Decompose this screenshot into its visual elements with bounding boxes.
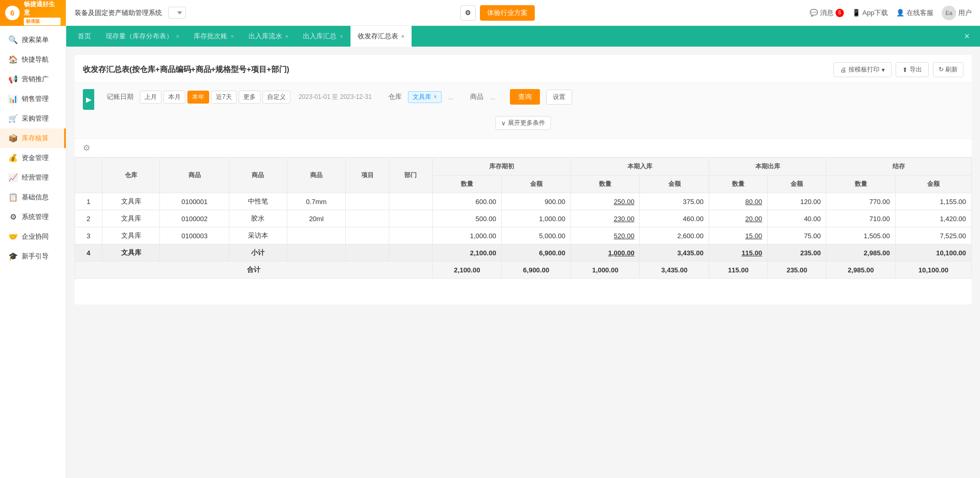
sidebar-item-system[interactable]: ⚙ 系统管理 — [0, 207, 66, 227]
cell-in-amt: 375.00 — [640, 193, 709, 210]
th-out: 本期出库 — [709, 158, 826, 176]
sidebar-item-operations[interactable]: 📈 经营管理 — [0, 168, 66, 187]
tab-summary-close[interactable]: × — [340, 33, 343, 39]
tab-stock-dist-label: 现存量（库存分布表） — [106, 32, 173, 41]
sales-icon: 📊 — [8, 94, 18, 104]
tab-flow[interactable]: 出入库流水 × — [241, 26, 296, 47]
cell-code: 0100001 — [160, 193, 229, 210]
message-icon: 💬 — [810, 9, 818, 17]
gear-icon: ⚙ — [465, 9, 471, 17]
system-select[interactable] — [168, 7, 186, 19]
date-btn-thisyear[interactable]: 本年 — [187, 91, 209, 104]
tab-home[interactable]: 首页 — [70, 26, 98, 47]
tab-batch-close[interactable]: × — [230, 33, 233, 39]
cell-dept — [389, 210, 432, 227]
refresh-icon: ↻ — [939, 66, 944, 73]
date-btn-7days[interactable]: 近7天 — [211, 91, 237, 104]
filter-toggle-arrow[interactable]: ▶ — [83, 89, 94, 110]
user-menu[interactable]: Ea 用户 — [942, 6, 972, 20]
table-row: 3 文具库 0100003 采访本 1,000.00 5,000.00 520.… — [75, 227, 972, 244]
system-icon: ⚙ — [8, 212, 18, 222]
export-button[interactable]: ⬆ 导出 — [896, 62, 929, 77]
th-out-amt: 金额 — [768, 176, 826, 193]
th-empty — [75, 158, 103, 193]
cell-index: 1 — [75, 193, 103, 210]
export-icon: ⬆ — [902, 66, 908, 74]
sidebar-header: 6 畅捷通好生意 标准版 — [0, 0, 66, 26]
table-container: 仓库 商品 商品 商品 项目 部门 库存期初 本期入库 本期出库 结存 数量 金… — [75, 157, 972, 305]
search-icon: 🔍 — [8, 35, 18, 45]
tab-flow-close[interactable]: × — [285, 33, 288, 39]
product-more[interactable]: ... — [490, 93, 495, 101]
sidebar-item-search[interactable]: 🔍 搜索菜单 — [0, 30, 66, 50]
table-row: 4 文具库 小计 2,100.00 6,900.00 1,000.00 3,43… — [75, 244, 972, 262]
sidebar-label-enterprise: 企业协同 — [22, 232, 49, 241]
cell-warehouse: 文具库 — [102, 210, 160, 227]
cell-out-amt: 75.00 — [768, 227, 826, 244]
app-download-button[interactable]: 📱 App下载 — [852, 8, 888, 18]
date-btn-more[interactable]: 更多 — [239, 91, 260, 104]
main-content: 收发存汇总表(按仓库+商品编码+商品+规格型号+项目+部门) 🖨 按模板打印 ▾… — [66, 47, 980, 478]
sidebar-item-guide[interactable]: 🎓 新手引导 — [0, 247, 66, 266]
gear-button[interactable]: ⚙ — [460, 5, 476, 21]
date-filter-group: 上月 本月 本年 近7天 更多 自定义 — [140, 91, 290, 104]
cell-open-amt: 1,000.00 — [502, 210, 571, 227]
tab-summary[interactable]: 出入库汇总 × — [296, 26, 350, 47]
settings-small-button[interactable]: 设置 — [546, 90, 572, 105]
footer-row: 合计 2,100.00 6,900.00 1,000.00 3,435.00 1… — [75, 262, 972, 279]
cell-spec — [287, 244, 345, 262]
tab-stock-summary[interactable]: 收发存汇总表 × — [350, 26, 412, 47]
tab-stock-dist[interactable]: 现存量（库存分布表） × — [98, 26, 186, 47]
expand-conditions-button[interactable]: ∨ 展开更多条件 — [495, 116, 551, 130]
sidebar: 6 畅捷通好生意 标准版 🔍 搜索菜单 🏠 快捷导航 📢 营销推广 📊 销售管理… — [0, 0, 66, 478]
page-actions: 🖨 按模板打印 ▾ ⬆ 导出 ↻ 刷新 — [833, 62, 963, 77]
warehouse-label: 仓库 — [388, 92, 402, 102]
warehouse-tag-close[interactable]: × — [433, 93, 437, 100]
cell-name: 采访本 — [229, 227, 287, 244]
date-btn-lastmonth[interactable]: 上月 — [140, 91, 162, 104]
sidebar-item-enterprise[interactable]: 🤝 企业协同 — [0, 227, 66, 247]
th-balance: 结存 — [826, 158, 972, 176]
sidebar-item-finance[interactable]: 💰 资金管理 — [0, 148, 66, 168]
online-service-button[interactable]: 👤 在线客服 — [896, 8, 933, 18]
warehouse-tag[interactable]: 文具库 × — [408, 91, 442, 103]
warehouse-more[interactable]: ... — [448, 93, 454, 101]
th-in: 本期入库 — [571, 158, 709, 176]
table-settings-icon[interactable]: ⚙ — [83, 143, 90, 153]
date-btn-thismonth[interactable]: 本月 — [164, 91, 185, 104]
cell-warehouse: 文具库 — [102, 193, 160, 210]
refresh-button[interactable]: ↻ 刷新 — [933, 62, 963, 77]
cell-open-qty: 500.00 — [432, 210, 502, 227]
cell-spec — [287, 227, 345, 244]
experience-button[interactable]: 体验行业方案 — [480, 5, 535, 21]
home-icon: 🏠 — [8, 55, 18, 64]
message-button[interactable]: 💬 消息 6 — [810, 8, 844, 18]
print-button[interactable]: 🖨 按模板打印 ▾ — [833, 62, 891, 77]
sidebar-label-quicknav: 快捷导航 — [22, 55, 49, 64]
tab-stock-dist-close[interactable]: × — [176, 33, 179, 39]
sidebar-label-system: 系统管理 — [22, 212, 49, 222]
header-left: 装备及固定资产辅助管理系统 — [75, 7, 186, 19]
tab-stock-summary-close[interactable]: × — [401, 33, 404, 39]
date-btn-custom[interactable]: 自定义 — [262, 91, 290, 104]
page-header: 收发存汇总表(按仓库+商品编码+商品+规格型号+项目+部门) 🖨 按模板打印 ▾… — [75, 55, 972, 83]
tab-bar-close[interactable]: × — [958, 31, 976, 42]
cell-bal-qty: 710.00 — [826, 210, 896, 227]
query-button[interactable]: 查询 — [510, 89, 540, 105]
footer-in-amt: 3,435.00 — [640, 262, 709, 279]
sidebar-item-inventory[interactable]: 📦 库存核算 — [0, 128, 66, 148]
sidebar-item-marketing[interactable]: 📢 营销推广 — [0, 69, 66, 89]
th-in-qty: 数量 — [571, 176, 640, 193]
sidebar-item-basic[interactable]: 📋 基础信息 — [0, 187, 66, 207]
tab-summary-label: 出入库汇总 — [303, 32, 337, 41]
filter-row-date: 记账日期 上月 本月 本年 近7天 更多 自定义 2023-01-01 至 20… — [107, 89, 963, 105]
th-spec: 商品 — [287, 158, 345, 193]
expand-icon: ∨ — [501, 120, 506, 127]
chevron-down-icon: ▾ — [882, 66, 885, 74]
sidebar-item-quicknav[interactable]: 🏠 快捷导航 — [0, 50, 66, 69]
tab-batch[interactable]: 库存批次账 × — [186, 26, 241, 47]
sidebar-label-marketing: 营销推广 — [22, 75, 49, 84]
sidebar-item-purchase[interactable]: 🛒 采购管理 — [0, 109, 66, 128]
sidebar-item-sales[interactable]: 📊 销售管理 — [0, 89, 66, 109]
th-warehouse: 仓库 — [102, 158, 160, 193]
